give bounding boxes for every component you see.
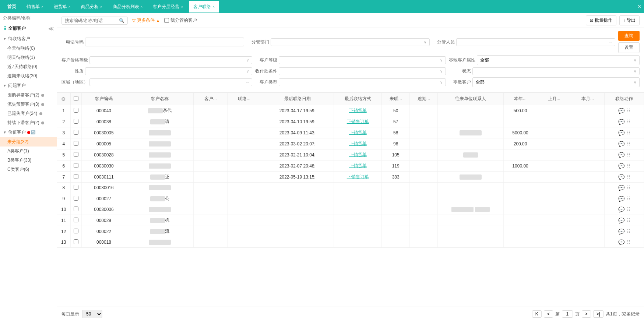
contact-more-icon[interactable]: ⠿	[627, 108, 630, 114]
row-checkbox[interactable]	[74, 163, 78, 168]
nav-tab-home[interactable]: 首页	[3, 1, 21, 13]
contact-chat-icon[interactable]: 💬	[618, 108, 624, 114]
row-checkbox[interactable]	[74, 185, 78, 190]
filter-retail-attr-select[interactable]: 全部 ∨	[477, 55, 640, 65]
filter-phone-input[interactable]	[85, 38, 244, 46]
row-checkbox[interactable]	[74, 229, 78, 233]
batch-op-button[interactable]: ☑ 批量操作	[586, 15, 616, 25]
filter-manager-select[interactable]: ···	[456, 38, 615, 46]
cell-check[interactable]	[70, 193, 81, 204]
contact-chat-icon[interactable]: 💬	[618, 218, 624, 223]
sidebar-item-churn-warning[interactable]: 流失预警客户(3)	[0, 100, 57, 109]
nav-tab-customer-contact[interactable]: 客户联络 ×	[189, 1, 219, 13]
close-purchase-icon[interactable]: ×	[68, 5, 71, 9]
row-checkbox[interactable]	[74, 207, 78, 211]
filter-search-box[interactable]: 🔍	[61, 17, 128, 25]
contact-more-icon[interactable]: ⠿	[627, 119, 630, 125]
cell-check[interactable]	[70, 226, 81, 237]
contact-chat-icon[interactable]: 💬	[618, 152, 624, 158]
sidebar-valuation-group[interactable]: ▼ 价值客户 🔄	[0, 127, 57, 137]
settings-icon[interactable]: ⚙	[61, 96, 66, 102]
filter-payment-select[interactable]: ∨	[279, 67, 446, 75]
contact-more-icon[interactable]: ⠿	[627, 174, 630, 180]
sidebar-item-overdue-pending[interactable]: 逾期未联络(30)	[0, 71, 57, 81]
sidebar-search-input[interactable]	[3, 15, 57, 21]
contact-more-icon[interactable]: ⠿	[627, 229, 630, 234]
sidebar-collapse-icon[interactable]: ≪	[48, 26, 54, 32]
row-checkbox[interactable]	[74, 119, 78, 124]
contact-chat-icon[interactable]: 💬	[618, 196, 624, 202]
last-page-button[interactable]: >|	[593, 310, 603, 318]
next-page-button[interactable]: >	[582, 310, 591, 318]
sidebar-all-customers[interactable]: ⠿ 全部客户 ≪	[0, 23, 57, 34]
contact-chat-icon[interactable]: 💬	[618, 141, 624, 147]
contact-more-icon[interactable]: ⠿	[627, 218, 630, 223]
filter-search-icon[interactable]: 🔍	[119, 18, 124, 23]
contact-more-icon[interactable]: ⠿	[627, 196, 630, 202]
close-all-tabs-icon[interactable]: ×	[638, 3, 641, 10]
cell-check[interactable]	[70, 116, 81, 127]
row-checkbox[interactable]	[74, 174, 78, 179]
sidebar-search-bar[interactable]: 🔍	[0, 13, 57, 23]
filter-search-input[interactable]	[65, 18, 117, 23]
cell-check[interactable]	[70, 160, 81, 172]
prev-page-button[interactable]: <	[544, 310, 553, 318]
close-product-analysis-list-icon[interactable]: ×	[141, 5, 143, 9]
contact-chat-icon[interactable]: 💬	[618, 239, 624, 245]
filter-region-select[interactable]: ···	[89, 78, 252, 86]
nav-tab-sales[interactable]: 销售单 ×	[22, 1, 48, 13]
last-method-link[interactable]: 下销货单	[349, 163, 367, 168]
contact-chat-icon[interactable]: 💬	[618, 207, 624, 212]
cell-check[interactable]	[70, 172, 81, 183]
cell-check[interactable]	[70, 138, 81, 149]
first-page-button[interactable]: K	[532, 310, 542, 318]
nav-tab-product-analysis[interactable]: 商品分析 ×	[77, 1, 107, 13]
export-button[interactable]: ↑ 导出	[619, 15, 640, 25]
cell-check[interactable]	[70, 237, 81, 248]
row-checkbox[interactable]	[74, 141, 78, 146]
sidebar-item-week-pending[interactable]: 近7天待联络(0)	[0, 62, 57, 71]
row-checkbox[interactable]	[74, 218, 78, 222]
page-number-input[interactable]	[562, 310, 573, 318]
contact-more-icon[interactable]: ⠿	[627, 163, 630, 169]
contact-more-icon[interactable]: ⠿	[627, 185, 630, 191]
sidebar-problem-group[interactable]: ▼ 问题客户	[0, 81, 57, 91]
nav-tab-customer-segment[interactable]: 客户分层经营 ×	[148, 1, 187, 13]
row-checkbox[interactable]	[74, 239, 78, 244]
filter-customer-type-select[interactable]: ∨	[279, 78, 446, 86]
contact-more-icon[interactable]: ⠿	[627, 141, 630, 147]
contact-chat-icon[interactable]: 💬	[618, 130, 624, 136]
filter-my-customers[interactable]: 我分管的客户	[164, 17, 197, 24]
last-method-link[interactable]: 下销货单	[349, 108, 367, 113]
filter-gender-select[interactable]: ∨	[85, 67, 252, 75]
nav-tab-product-analysis-list[interactable]: 商品分析列表 ×	[108, 1, 147, 13]
contact-chat-icon[interactable]: 💬	[618, 119, 624, 125]
filter-customer-level-select[interactable]: ∨	[279, 56, 446, 64]
close-customer-segment-icon[interactable]: ×	[181, 5, 183, 9]
sidebar-item-ungroup[interactable]: 未分组(32)	[0, 137, 57, 147]
per-page-select[interactable]: 50 20 100	[82, 310, 102, 318]
filter-dept-select[interactable]: ∨	[271, 38, 430, 46]
close-product-analysis-icon[interactable]: ×	[100, 5, 102, 9]
cell-check[interactable]	[70, 105, 81, 116]
contact-chat-icon[interactable]: 💬	[618, 163, 624, 169]
filter-retail-customer-select[interactable]: 全部 ∨	[472, 77, 640, 87]
contact-more-icon[interactable]: ⠿	[627, 239, 630, 245]
filter-status-select[interactable]: ∨	[472, 67, 640, 75]
col-header-check[interactable]	[70, 93, 81, 105]
sidebar-item-abnormal[interactable]: 囤购异常客户(2)	[0, 91, 57, 100]
last-method-link[interactable]: 下销货单	[349, 152, 367, 157]
row-checkbox[interactable]	[74, 152, 78, 157]
row-checkbox[interactable]	[74, 196, 78, 201]
contact-chat-icon[interactable]: 💬	[618, 185, 624, 191]
sidebar-item-tomorrow-pending[interactable]: 明天待联络(1)	[0, 53, 57, 62]
query-button[interactable]: 查询	[618, 31, 640, 41]
filter-more-conditions[interactable]: ▽ 更多条件 ▲	[132, 17, 160, 24]
last-method-link[interactable]: 下销售订单	[347, 174, 369, 179]
row-checkbox[interactable]	[74, 108, 78, 113]
cell-check[interactable]	[70, 127, 81, 138]
cell-check[interactable]	[70, 149, 81, 160]
last-method-link[interactable]: 下销售订单	[347, 119, 369, 124]
contact-chat-icon[interactable]: 💬	[618, 229, 624, 234]
sidebar-item-declining[interactable]: 持续下滑客户(2)	[0, 118, 57, 127]
